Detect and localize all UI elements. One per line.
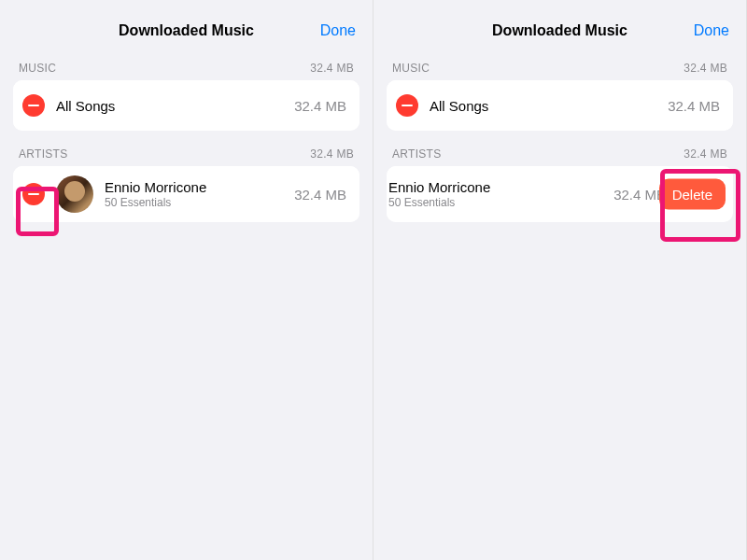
- artist-subtitle: 50 Essentials: [105, 196, 294, 209]
- artist-name: Ennio Morricone: [388, 179, 613, 195]
- remove-icon[interactable]: [22, 183, 45, 205]
- section-label: MUSIC: [19, 62, 56, 75]
- section-header-music: MUSIC 32.4 MB: [374, 45, 746, 80]
- row-size: 32.4 MB: [294, 187, 346, 203]
- section-size: 32.4 MB: [310, 147, 354, 161]
- section-size: 32.4 MB: [684, 147, 727, 161]
- remove-icon[interactable]: [396, 94, 418, 117]
- all-songs-row[interactable]: All Songs 32.4 MB: [13, 80, 359, 131]
- artists-list: Ennio Morricone 50 Essentials 32.4 MB: [13, 166, 359, 222]
- done-button[interactable]: Done: [694, 22, 729, 39]
- artist-subtitle: 50 Essentials: [388, 196, 613, 209]
- section-size: 32.4 MB: [310, 62, 354, 75]
- row-text: All Songs: [56, 98, 294, 114]
- delete-button[interactable]: Delete: [659, 179, 726, 210]
- all-songs-row[interactable]: All Songs 32.4 MB: [387, 80, 733, 131]
- panel-swipe-delete: Downloaded Music Done MUSIC 32.4 MB All …: [374, 0, 747, 560]
- row-size: 32.4 MB: [294, 98, 346, 114]
- section-label: ARTISTS: [392, 147, 442, 161]
- section-header-artists: ARTISTS 32.4 MB: [374, 131, 746, 166]
- section-label: ARTISTS: [19, 147, 68, 161]
- panel-edit-list: Downloaded Music Done MUSIC 32.4 MB All …: [0, 0, 374, 560]
- nav-header: Downloaded Music Done: [0, 0, 373, 45]
- artist-name: Ennio Morricone: [105, 179, 294, 195]
- section-header-artists: ARTISTS 32.4 MB: [0, 131, 373, 166]
- artist-row[interactable]: Ennio Morricone 50 Essentials 32.4 MB: [13, 166, 359, 222]
- section-size: 32.4 MB: [684, 62, 727, 75]
- nav-header: Downloaded Music Done: [374, 0, 746, 45]
- remove-icon[interactable]: [22, 94, 45, 117]
- row-title: All Songs: [430, 98, 668, 114]
- section-label: MUSIC: [392, 62, 430, 75]
- music-list: All Songs 32.4 MB: [13, 80, 359, 131]
- music-list: All Songs 32.4 MB: [387, 80, 733, 131]
- page-title: Downloaded Music: [119, 22, 254, 39]
- row-size: 32.4 MB: [668, 98, 720, 114]
- row-size: 32.4 MB: [613, 187, 666, 203]
- section-header-music: MUSIC 32.4 MB: [0, 45, 373, 80]
- row-text: Ennio Morricone 50 Essentials: [388, 179, 613, 209]
- artist-avatar: [56, 175, 93, 213]
- row-text: Ennio Morricone 50 Essentials: [105, 179, 294, 209]
- row-text: All Songs: [430, 98, 668, 114]
- row-title: All Songs: [56, 98, 294, 114]
- artist-row[interactable]: Ennio Morricone 50 Essentials 32.4 MB: [387, 166, 679, 222]
- page-title: Downloaded Music: [492, 22, 627, 39]
- done-button[interactable]: Done: [320, 22, 356, 39]
- artists-list: Ennio Morricone 50 Essentials 32.4 MB De…: [387, 166, 733, 222]
